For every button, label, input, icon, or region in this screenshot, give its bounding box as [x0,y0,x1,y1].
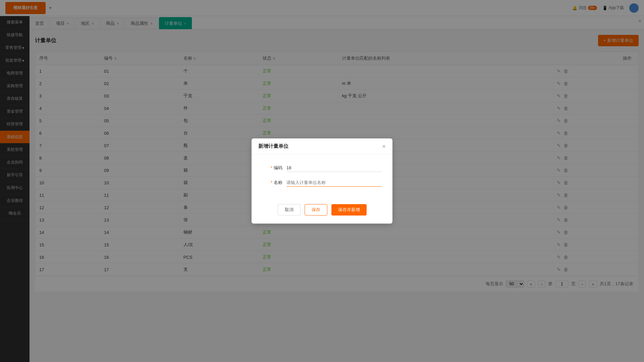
save-and-new-button[interactable]: 保存并新增 [331,204,367,216]
dialog-overlay: 新增计量单位 × *编码 *名称 取消 保存 保存并新增 [0,0,644,362]
form-row-name: *名称 [262,179,382,187]
dialog-footer: 取消 保存 保存并新增 [252,200,392,224]
name-required-star: * [271,180,272,185]
dialog-title: 新增计量单位 [258,143,288,149]
save-button[interactable]: 保存 [305,204,327,216]
code-input[interactable] [286,164,382,172]
dialog-close-button[interactable]: × [382,143,386,149]
form-row-code: *编码 [262,164,382,172]
dialog-header: 新增计量单位 × [252,138,392,155]
code-required-star: * [271,165,272,170]
name-label: *名称 [262,180,282,186]
add-unit-dialog: 新增计量单位 × *编码 *名称 取消 保存 保存并新增 [252,138,392,224]
name-input[interactable] [286,179,382,187]
code-label: *编码 [262,165,282,171]
cancel-button[interactable]: 取消 [278,204,301,216]
dialog-body: *编码 *名称 [252,155,392,200]
